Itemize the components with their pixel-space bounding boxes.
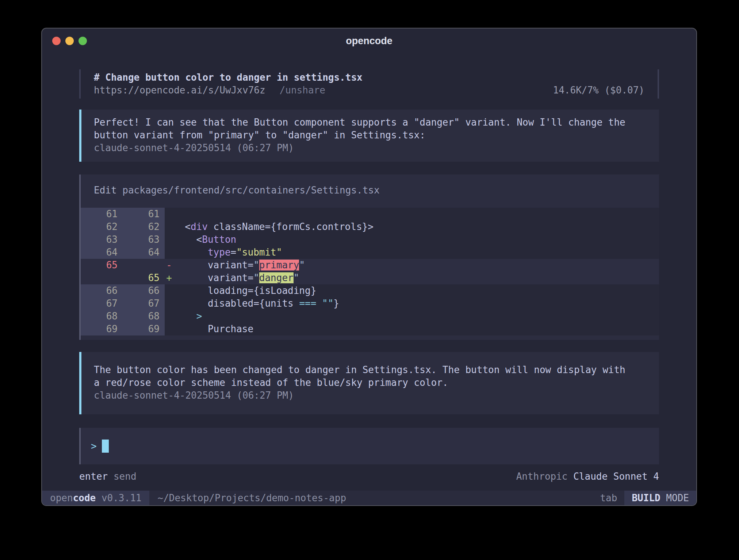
diff-row: 65- variant="primary" xyxy=(81,259,659,272)
send-action-label: send xyxy=(108,471,136,482)
new-line-number: 68 xyxy=(123,310,165,323)
old-line-number xyxy=(81,272,123,284)
minimize-button[interactable] xyxy=(65,37,74,45)
brand-suffix: code xyxy=(73,492,96,503)
code-token: = xyxy=(231,247,237,258)
session-header: # Change button color to danger in setti… xyxy=(79,69,659,99)
code-line: Purchase xyxy=(173,323,253,335)
code-line: loading={isLoading} xyxy=(173,284,316,297)
message-line: The button color has been changed to dan… xyxy=(94,364,644,376)
session-title: # Change button color to danger in setti… xyxy=(94,71,644,84)
diff-row: 6868 > xyxy=(81,310,659,323)
edit-tool-title: Edit packages/frontend/src/containers/Se… xyxy=(81,184,659,197)
code-token: variant= xyxy=(173,272,253,283)
new-line-number: 67 xyxy=(123,297,165,310)
model-timestamp: claude-sonnet-4-20250514 (06:27 PM) xyxy=(94,389,644,402)
code-token: " xyxy=(253,272,259,283)
new-line-number: 62 xyxy=(123,220,165,233)
code-token: variant= xyxy=(173,260,253,271)
assistant-message: The button color has been changed to dan… xyxy=(79,352,659,414)
model-name-label: Claude Sonnet 4 xyxy=(573,471,659,482)
message-line: Perfect! I can see that the Button compo… xyxy=(94,116,644,129)
unshare-command-hint: /unshare xyxy=(280,84,325,97)
code-line: > xyxy=(173,310,202,323)
version-label: v0.3.11 xyxy=(96,492,141,503)
message-body: Perfect! I can see that the Button compo… xyxy=(94,116,644,142)
diff-sign-marker xyxy=(165,284,173,297)
code-token: < xyxy=(173,221,191,232)
code-token: < xyxy=(173,234,202,245)
status-bar: opencode v0.3.11 ~/Desktop/Projects/demo… xyxy=(42,491,696,505)
message-line: button variant from "primary" to "danger… xyxy=(94,129,644,142)
diff-sign-marker: + xyxy=(165,272,173,284)
code-token: primary xyxy=(259,260,299,271)
provider-label: Anthropic xyxy=(516,471,574,482)
code-token: Button xyxy=(202,234,236,245)
tab-key-hint: tab xyxy=(600,492,617,503)
traffic-lights xyxy=(52,37,87,45)
diff-sign-marker xyxy=(165,297,173,310)
old-line-number: 68 xyxy=(81,310,123,323)
window-title: opencode xyxy=(346,35,393,47)
new-line-number: 61 xyxy=(123,208,165,220)
title-bar: opencode xyxy=(42,28,696,53)
code-token: loading={isLoading} xyxy=(173,285,316,296)
mode-segment: BUILD MODE xyxy=(624,491,696,505)
old-line-number: 69 xyxy=(81,323,123,335)
code-token: danger xyxy=(259,272,294,283)
new-line-number xyxy=(123,259,165,272)
close-button[interactable] xyxy=(52,37,61,45)
code-token: " xyxy=(299,260,305,271)
code-line: <Button xyxy=(173,233,236,246)
code-token: "submit" xyxy=(236,247,282,258)
diff-view: 61616262 <div className={formCs.controls… xyxy=(81,208,659,335)
model-timestamp: claude-sonnet-4-20250514 (06:27 PM) xyxy=(94,142,644,154)
prompt-chevron: > xyxy=(91,441,97,452)
diff-row: 6464 type="submit" xyxy=(81,246,659,259)
working-directory: ~/Desktop/Projects/demo-notes-app xyxy=(157,492,346,503)
code-token: === xyxy=(299,298,316,309)
diff-sign-marker xyxy=(165,246,173,259)
code-token: } xyxy=(333,298,339,309)
code-line: type="submit" xyxy=(173,246,282,259)
brand-prefix: open xyxy=(50,492,73,503)
app-version-segment: opencode v0.3.11 xyxy=(42,491,149,505)
code-token xyxy=(316,298,322,309)
code-line: variant="danger" xyxy=(173,272,299,284)
code-token: Purchase xyxy=(173,323,253,334)
old-line-number: 62 xyxy=(81,220,123,233)
share-url-link[interactable]: https://opencode.ai/s/UwJxv76z xyxy=(94,84,265,97)
old-line-number: 63 xyxy=(81,233,123,246)
zoom-button[interactable] xyxy=(79,37,87,45)
old-line-number: 65 xyxy=(81,259,123,272)
diff-row: 6969 Purchase xyxy=(81,323,659,335)
diff-sign-marker xyxy=(165,233,173,246)
code-token: className={formCs.controls}> xyxy=(208,221,374,232)
opencode-window: opencode # Change button color to danger… xyxy=(41,28,697,506)
code-token: disabled={units xyxy=(173,298,299,309)
code-token: " xyxy=(253,260,259,271)
code-line: disabled={units === ""} xyxy=(173,297,339,310)
diff-sign-marker xyxy=(165,310,173,323)
hints-row: enter send Anthropic Claude Sonnet 4 xyxy=(79,470,659,483)
diff-row: 6262 <div className={formCs.controls}> xyxy=(81,220,659,233)
diff-row: 6161 xyxy=(81,208,659,220)
code-token: type xyxy=(208,247,231,258)
assistant-message: Perfect! I can see that the Button compo… xyxy=(79,110,659,162)
edit-file-path: packages/frontend/src/containers/Setting… xyxy=(122,185,379,196)
mode-suffix: MODE xyxy=(660,492,689,503)
new-line-number: 66 xyxy=(123,284,165,297)
token-usage-cost: 14.6K/7% ($0.07) xyxy=(553,84,644,97)
model-indicator: Anthropic Claude Sonnet 4 xyxy=(516,470,659,483)
new-line-number: 69 xyxy=(123,323,165,335)
prompt-input[interactable]: > xyxy=(79,428,659,464)
diff-row: 6767 disabled={units === ""} xyxy=(81,297,659,310)
message-line: a red/rose color scheme instead of the b… xyxy=(94,376,644,389)
new-line-number: 63 xyxy=(123,233,165,246)
old-line-number: 66 xyxy=(81,284,123,297)
edit-tool-card: Edit packages/frontend/src/containers/Se… xyxy=(79,174,659,340)
message-body: The button color has been changed to dan… xyxy=(94,364,644,389)
old-line-number: 64 xyxy=(81,246,123,259)
mode-name: BUILD xyxy=(632,492,660,503)
send-hint: enter send xyxy=(79,470,137,483)
